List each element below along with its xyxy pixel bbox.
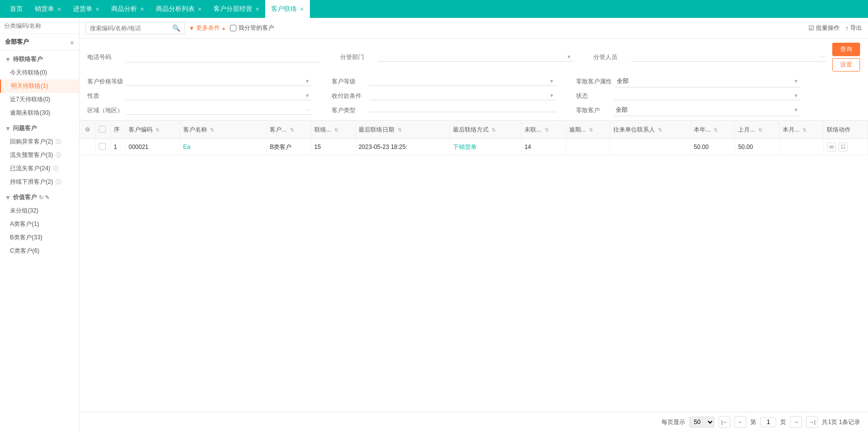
prev-page-button[interactable]: ← bbox=[734, 416, 746, 428]
sidebar-item-tomorrow-contact[interactable]: 明天待联络(1) bbox=[0, 79, 79, 93]
toolbar-right: ☑ 批量操作 ↑ 导出 bbox=[808, 24, 863, 32]
select-all-checkbox[interactable] bbox=[99, 126, 106, 133]
retail-customer-dropdown[interactable]: 全部 ▼ bbox=[614, 104, 800, 116]
td-actions: ✉ ☷ bbox=[824, 139, 868, 155]
filter-nature: 性质 ▼ bbox=[87, 91, 312, 100]
first-page-button[interactable]: |← bbox=[719, 416, 730, 428]
nav-home[interactable]: 首页 bbox=[4, 0, 29, 18]
sidebar-item-declining[interactable]: 持续下滑客户(2) ⓘ bbox=[0, 175, 79, 189]
th-this-year: 本年... ⇅ bbox=[691, 121, 735, 139]
filter-row-2: 客户价格等级 ▼ 客户等级 ▼ 零散客户属性 bbox=[87, 75, 860, 87]
th-contact-person: 往来单位联系人 ⇅ bbox=[610, 121, 690, 139]
main-search-input[interactable] bbox=[90, 25, 172, 32]
last-page-button[interactable]: →| bbox=[806, 416, 818, 428]
sidebar-item-7day-contact[interactable]: 近7天待联络(0) bbox=[0, 93, 79, 106]
filter-status: 状态 ▼ bbox=[576, 91, 800, 100]
sidebar-item-churned[interactable]: 已流失客户(24) ⓘ bbox=[0, 162, 79, 175]
td-customer-name: Ea bbox=[180, 139, 267, 155]
close-icon[interactable]: ✕ bbox=[198, 6, 202, 12]
sort-icon[interactable]: ⇅ bbox=[658, 127, 662, 133]
nav-purchase-order[interactable]: 进货单 ✕ bbox=[67, 0, 105, 18]
close-icon[interactable]: ✕ bbox=[255, 6, 259, 12]
sort-icon[interactable]: ⇅ bbox=[398, 127, 402, 133]
sidebar-item-class-c[interactable]: C类客户(6) bbox=[0, 244, 79, 258]
page-number-input[interactable] bbox=[760, 417, 776, 427]
td-this-year: 50.00 bbox=[691, 139, 735, 155]
next-page-button[interactable]: → bbox=[790, 416, 802, 428]
nav-sales-order[interactable]: 销货单 ✕ bbox=[29, 0, 67, 18]
row-checkbox[interactable] bbox=[99, 143, 106, 150]
refresh-icon[interactable]: ↻ bbox=[39, 194, 44, 201]
nav-product-analysis-list[interactable]: 商品分析列表 ✕ bbox=[150, 0, 208, 18]
section-title-pending: ▼ 待联络客户 bbox=[0, 53, 79, 66]
chevron-down-icon: ▼ bbox=[794, 93, 798, 98]
customer-name-link[interactable]: Ea bbox=[183, 144, 191, 150]
sidebar-item-churn-warning[interactable]: 流失预警客户(3) ⓘ bbox=[0, 148, 79, 162]
sidebar-search-input[interactable] bbox=[4, 22, 78, 29]
customer-grade-dropdown[interactable]: ▼ bbox=[369, 77, 556, 86]
close-icon[interactable]: ✕ bbox=[95, 6, 99, 12]
sidebar-item-class-b[interactable]: B类客户(33) bbox=[0, 231, 79, 244]
region-dropdown[interactable]: ··· bbox=[126, 106, 312, 115]
contact-method-link[interactable]: 下销货单 bbox=[453, 144, 477, 150]
sidebar-item-today-contact[interactable]: 今天待联络(0) bbox=[0, 66, 79, 79]
sidebar-item-repurchase-abnormal[interactable]: 回购异常客户(2) ⓘ bbox=[0, 135, 79, 148]
more-filter-button[interactable]: ▼ 更多条件 ▲ bbox=[189, 24, 226, 32]
sort-icon[interactable]: ⇅ bbox=[802, 127, 806, 133]
sidebar-item-class-a[interactable]: A类客户(1) bbox=[0, 217, 79, 231]
payment-dropdown[interactable]: ▼ bbox=[369, 91, 556, 100]
th-gear: ⚙ bbox=[79, 121, 96, 139]
sort-icon[interactable]: ⇅ bbox=[758, 127, 762, 133]
all-customers-label: 全部客户 bbox=[5, 38, 29, 46]
nav-product-analysis[interactable]: 商品分析 ✕ bbox=[105, 0, 150, 18]
nav-customer-layering[interactable]: 客户分层经营 ✕ bbox=[208, 0, 265, 18]
sort-icon[interactable]: ⇅ bbox=[589, 127, 593, 133]
export-button[interactable]: ↑ 导出 bbox=[846, 24, 863, 32]
data-table-area: ⚙ 序 客户编码 ⇅ 客户名称 bbox=[79, 121, 868, 412]
th-last-contact-date: 最后联络日期 ⇅ bbox=[356, 121, 449, 139]
sidebar-all-customers[interactable]: 全部客户 « bbox=[0, 34, 79, 51]
collapse-icon[interactable]: « bbox=[70, 38, 74, 46]
more-action-icon[interactable]: ☷ bbox=[839, 143, 848, 151]
my-customer-checkbox[interactable] bbox=[230, 25, 236, 31]
close-icon[interactable]: ✕ bbox=[300, 6, 304, 12]
phone-input[interactable] bbox=[125, 52, 320, 63]
my-customer-checkbox-area[interactable]: 我分管的客户 bbox=[230, 24, 274, 32]
close-icon[interactable]: ✕ bbox=[57, 6, 61, 12]
nav-customer-contact[interactable]: 客户联络 ✕ bbox=[265, 0, 310, 18]
td-overdue bbox=[566, 139, 610, 155]
th-customer-name: 客户名称 ⇅ bbox=[180, 121, 267, 139]
search-icon[interactable]: 🔍 bbox=[172, 24, 180, 32]
contact-action-icon[interactable]: ✉ bbox=[827, 143, 836, 151]
settings-button[interactable]: 设置 bbox=[832, 58, 860, 72]
page-size-select[interactable]: 50 100 200 bbox=[689, 417, 715, 428]
sidebar-item-ungrouped[interactable]: 未分组(32) bbox=[0, 204, 79, 217]
edit-icon[interactable]: ✎ bbox=[45, 194, 50, 201]
main-layout: 🔍 全部客户 « ▼ 待联络客户 今天待联络(0) 明天待联络(1) 近7天待联… bbox=[0, 18, 868, 432]
sidebar-search-area: 🔍 bbox=[0, 18, 79, 34]
status-dropdown[interactable]: ▼ bbox=[614, 91, 800, 100]
td-last-month: 50.00 bbox=[735, 139, 779, 155]
sort-icon[interactable]: ⇅ bbox=[492, 127, 496, 133]
filter-row-1: 电话号码 分管部门 ▼ 分管人员 ··· bbox=[87, 43, 860, 72]
export-icon: ↑ bbox=[846, 24, 849, 32]
sidebar-item-overdue-contact[interactable]: 逾期未联络(30) bbox=[0, 106, 79, 120]
retail-attr-dropdown[interactable]: 全部 ▼ bbox=[615, 75, 800, 87]
nature-dropdown[interactable]: ▼ bbox=[125, 91, 312, 100]
gear-icon[interactable]: ⚙ bbox=[82, 125, 92, 135]
sort-icon[interactable]: ⇅ bbox=[155, 127, 159, 133]
person-dropdown[interactable]: ··· bbox=[631, 53, 826, 62]
batch-action-button[interactable]: ☑ 批量操作 bbox=[808, 24, 840, 32]
close-icon[interactable]: ✕ bbox=[140, 6, 144, 12]
sort-icon[interactable]: ⇅ bbox=[334, 127, 338, 133]
sort-icon[interactable]: ⇅ bbox=[714, 127, 718, 133]
customer-type-dropdown[interactable] bbox=[369, 109, 556, 112]
price-grade-dropdown[interactable]: ▼ bbox=[126, 77, 312, 86]
sort-icon[interactable]: ⇅ bbox=[290, 127, 294, 133]
sort-icon[interactable]: ⇅ bbox=[210, 127, 214, 133]
sort-icon[interactable]: ⇅ bbox=[545, 127, 549, 133]
query-button[interactable]: 查询 bbox=[832, 43, 860, 56]
td-checkbox bbox=[96, 139, 111, 155]
th-contact-count: 联络... ⇅ bbox=[311, 121, 355, 139]
dept-dropdown[interactable]: ▼ bbox=[378, 53, 573, 62]
